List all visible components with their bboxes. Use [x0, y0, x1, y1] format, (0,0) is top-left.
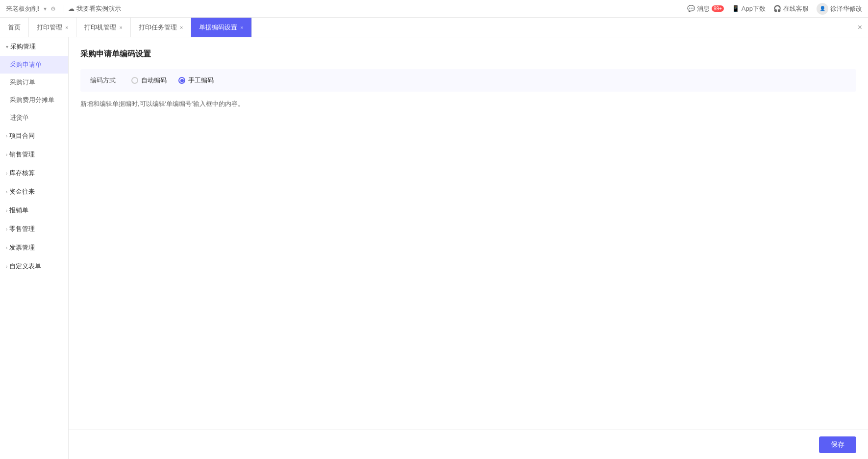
sidebar-item-purchase-order[interactable]: 采购订单 — [0, 74, 68, 91]
user-name: 徐泽华修改 — [830, 4, 862, 13]
tab-printer-mgmt-close[interactable]: × — [119, 25, 122, 30]
app-download-action[interactable]: 📱 App下数 — [732, 4, 766, 13]
dropdown-icon[interactable]: ▾ — [44, 5, 47, 12]
sidebar-group-invoice: › 发票管理 — [0, 238, 68, 257]
sidebar-group-capital: › 资金往来 — [0, 182, 68, 201]
sidebar-group-retail: › 零售管理 — [0, 220, 68, 238]
sidebar-item-purchase-request[interactable]: 采购申请单 — [0, 56, 68, 74]
message-icon: 💬 — [687, 5, 695, 12]
sidebar-group-purchase: ▾ 采购管理 采购申请单 采购订单 采购费用分摊单 进货单 — [0, 37, 68, 127]
top-bar: 来老板勿削! ▾ ⚙ ☁ 我要看实例演示 💬 消息 99+ 📱 App下数 🎧 … — [0, 0, 868, 18]
radio-group: 自动编码 手工编码 — [131, 76, 214, 85]
sidebar-group-project-label: 项目合同 — [9, 131, 35, 140]
radio-manual[interactable]: 手工编码 — [178, 76, 214, 85]
headset-icon: 🎧 — [773, 5, 781, 12]
tab-barcode-setting[interactable]: 单据编码设置 × — [191, 18, 251, 37]
radio-auto[interactable]: 自动编码 — [131, 76, 167, 85]
tab-print-mgmt-label: 打印管理 — [37, 23, 62, 32]
sidebar-group-returns: › 报销单 — [0, 201, 68, 220]
cloud-icon: ☁ — [68, 5, 74, 12]
sidebar-item-inbound[interactable]: 进货单 — [0, 109, 68, 127]
sidebar-item-inbound-label: 进货单 — [10, 114, 29, 121]
arrow-right-icon-capital: › — [6, 189, 7, 195]
sidebar-group-returns-label: 报销单 — [9, 206, 28, 215]
tab-printer-mgmt-label: 打印机管理 — [84, 23, 116, 32]
top-bar-right: 💬 消息 99+ 📱 App下数 🎧 在线客服 👤 徐泽华修改 — [687, 3, 862, 15]
sidebar-group-sales-label: 销售管理 — [9, 150, 35, 159]
message-action[interactable]: 💬 消息 99+ — [687, 4, 724, 13]
sidebar-group-sales-title[interactable]: › 销售管理 — [0, 145, 68, 164]
sidebar-group-capital-label: 资金往来 — [9, 187, 35, 196]
sidebar-group-inventory: › 库存核算 — [0, 164, 68, 182]
sidebar-item-purchase-expense-label: 采购费用分摊单 — [10, 96, 54, 103]
radio-auto-circle — [131, 77, 138, 84]
top-bar-left: 来老板勿削! ▾ ⚙ ☁ 我要看实例演示 — [6, 4, 121, 13]
tab-home-label: 首页 — [8, 23, 21, 32]
sidebar-group-invoice-label: 发票管理 — [9, 243, 35, 252]
demo-link[interactable]: ☁ 我要看实例演示 — [68, 4, 121, 13]
radio-manual-circle — [178, 77, 185, 84]
sidebar-item-purchase-order-label: 采购订单 — [10, 78, 35, 86]
arrow-right-icon-sales: › — [6, 152, 7, 157]
tab-print-mgmt-close[interactable]: × — [65, 25, 68, 30]
radio-auto-label: 自动编码 — [141, 76, 167, 85]
sidebar-group-purchase-title[interactable]: ▾ 采购管理 — [0, 37, 68, 56]
sidebar-group-inventory-label: 库存核算 — [9, 169, 35, 178]
sidebar-group-returns-title[interactable]: › 报销单 — [0, 201, 68, 220]
sidebar-group-project-title[interactable]: › 项目合同 — [0, 127, 68, 145]
avatar: 👤 — [817, 3, 828, 15]
phone-icon: 📱 — [732, 5, 740, 12]
sidebar-group-capital-title[interactable]: › 资金往来 — [0, 182, 68, 201]
content-inner: 采购申请单编码设置 编码方式 自动编码 手工编码 新增和编辑单据编时,可以编辑'… — [69, 37, 868, 459]
sidebar-group-project: › 项目合同 — [0, 127, 68, 145]
message-badge: 99+ — [712, 5, 724, 12]
app-download-label: App下数 — [742, 4, 766, 13]
arrow-down-icon: ▾ — [6, 44, 8, 50]
arrow-right-icon-project: › — [6, 133, 7, 139]
encoding-section: 编码方式 自动编码 手工编码 — [80, 69, 856, 92]
divider — [64, 5, 64, 13]
sidebar-group-retail-title[interactable]: › 零售管理 — [0, 220, 68, 238]
tab-home[interactable]: 首页 — [0, 18, 29, 37]
online-service-label: 在线客服 — [783, 4, 809, 13]
arrow-right-icon-inventory: › — [6, 171, 7, 176]
tab-print-mgmt[interactable]: 打印管理 × — [29, 18, 76, 37]
hint-text: 新增和编辑单据编时,可以编辑'单编编号'输入框中的内容。 — [80, 100, 856, 108]
tab-print-task-close[interactable]: × — [180, 25, 183, 30]
sidebar-group-retail-label: 零售管理 — [9, 225, 35, 233]
sidebar-group-purchase-label: 采购管理 — [10, 42, 36, 51]
radio-manual-label: 手工编码 — [188, 76, 214, 85]
user-info[interactable]: 👤 徐泽华修改 — [817, 3, 862, 15]
page-title: 采购申请单编码设置 — [80, 49, 856, 59]
main-layout: ▾ 采购管理 采购申请单 采购订单 采购费用分摊单 进货单 › 项目合同 — [0, 37, 868, 459]
sidebar-group-custom: › 自定义表单 — [0, 257, 68, 276]
message-label: 消息 — [697, 4, 710, 13]
arrow-right-icon-returns: › — [6, 208, 7, 213]
tab-print-task[interactable]: 打印任务管理 × — [131, 18, 191, 37]
tab-barcode-setting-label: 单据编码设置 — [199, 23, 237, 32]
sidebar-item-purchase-request-label: 采购申请单 — [10, 61, 42, 68]
sidebar: ▾ 采购管理 采购申请单 采购订单 采购费用分摊单 进货单 › 项目合同 — [0, 37, 69, 459]
encoding-label: 编码方式 — [90, 76, 120, 85]
tab-print-task-label: 打印任务管理 — [139, 23, 177, 32]
tab-close-all[interactable]: × — [858, 23, 868, 32]
tab-bar: 首页 打印管理 × 打印机管理 × 打印任务管理 × 单据编码设置 × × — [0, 18, 868, 37]
sidebar-group-inventory-title[interactable]: › 库存核算 — [0, 164, 68, 182]
sidebar-item-purchase-expense[interactable]: 采购费用分摊单 — [0, 91, 68, 109]
tab-barcode-setting-close[interactable]: × — [240, 25, 243, 30]
arrow-right-icon-retail: › — [6, 227, 7, 232]
save-button[interactable]: 保存 — [819, 436, 856, 453]
sidebar-group-custom-title[interactable]: › 自定义表单 — [0, 257, 68, 276]
content-area: 采购申请单编码设置 编码方式 自动编码 手工编码 新增和编辑单据编时,可以编辑'… — [69, 37, 868, 459]
sidebar-group-custom-label: 自定义表单 — [9, 262, 41, 271]
footer-bar: 保存 — [69, 430, 868, 459]
gear-icon[interactable]: ⚙ — [50, 5, 56, 12]
tab-printer-mgmt[interactable]: 打印机管理 × — [76, 18, 130, 37]
arrow-right-icon-invoice: › — [6, 245, 7, 251]
sidebar-group-invoice-title[interactable]: › 发票管理 — [0, 238, 68, 257]
top-bar-title: 来老板勿削! — [6, 4, 40, 13]
sidebar-group-sales: › 销售管理 — [0, 145, 68, 164]
arrow-right-icon-custom: › — [6, 264, 7, 269]
demo-text: 我要看实例演示 — [76, 4, 121, 13]
online-service-action[interactable]: 🎧 在线客服 — [773, 4, 809, 13]
